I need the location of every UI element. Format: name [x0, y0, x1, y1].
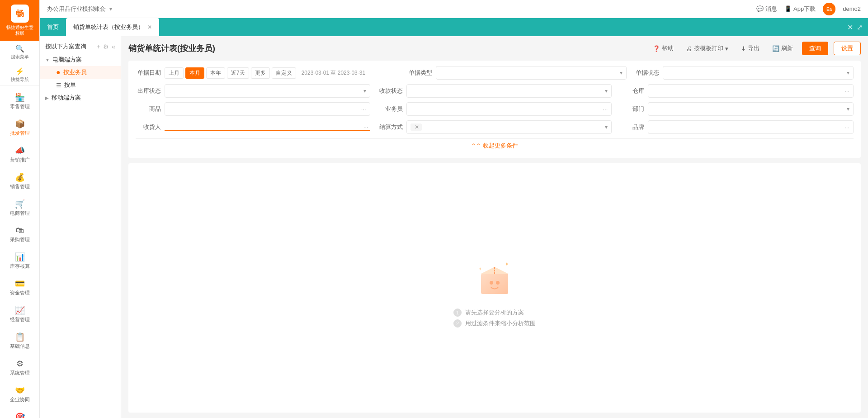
top-header: 办公用品行业模拟账套 ▾ 💬 消息 📱 App下载 demo2	[40, 0, 868, 18]
retail-icon: 🏪	[15, 92, 25, 102]
tree-desktop-group[interactable]: ▼ 电脑端方案	[40, 53, 121, 66]
tab-expand-button[interactable]: ⤢	[857, 23, 863, 32]
page-title: 销货单统计表(按业务员)	[128, 43, 215, 54]
refresh-button[interactable]: 🔄 刷新	[769, 43, 797, 54]
sidebar-item-retail[interactable]: 🏪 零售管理	[0, 88, 39, 114]
sidebar-item-inventory[interactable]: 📊 库存核算	[0, 247, 39, 274]
date-this-month[interactable]: 本月	[185, 67, 204, 79]
tree-by-salesperson[interactable]: ● 按业务员	[40, 66, 121, 79]
settlement-dropdown-icon: ▾	[605, 124, 608, 130]
sidebar-item-wholesale[interactable]: 📦 批发管理	[0, 114, 39, 141]
header-left: 办公用品行业模拟账套 ▾	[47, 5, 112, 13]
tree-active-icon: ●	[56, 68, 61, 76]
date-group: 上月 本月 本年 近7天 更多 自定义 2023-03-01 至 2023-03…	[165, 67, 400, 79]
inventory-icon: 📊	[15, 252, 25, 262]
sidebar-item-purchase[interactable]: 🛍 采购管理	[0, 221, 39, 247]
tab-close-button[interactable]: ✕	[147, 24, 152, 30]
sidebar-item-enterprise[interactable]: 🤝 企业协同	[0, 381, 39, 408]
doc-status-select[interactable]: ▾	[663, 66, 854, 80]
tree-order-icon: ☰	[56, 82, 61, 89]
date-last-7days[interactable]: 近7天	[227, 67, 249, 79]
date-custom[interactable]: 自定义	[272, 67, 296, 79]
help-button[interactable]: ❓ 帮助	[649, 43, 677, 54]
svg-point-5	[490, 281, 493, 285]
doc-type-label: 单据类型	[407, 69, 432, 77]
quick-nav-item[interactable]: ⚡ 快捷导航	[0, 64, 39, 86]
panel-header: 按以下方案查询 + ⚙ «	[40, 40, 121, 53]
tree-mobile-group[interactable]: ▶ 移动端方案	[40, 91, 121, 104]
sidebar-item-marketing[interactable]: 📣 营销推广	[0, 141, 39, 168]
empty-tip-2: 2 用过滤条件来缩小分析范围	[453, 319, 536, 328]
receiver-filter: 收货人 ···	[136, 123, 370, 131]
department-select[interactable]: ▾	[648, 102, 854, 116]
sidebar: 畅 畅捷通好生意 标版 🔍 搜索菜单 ⚡ 快捷导航 🏪 零售管理 📦 批发管理 …	[0, 0, 40, 418]
empty-svg: ✦ ✦	[472, 253, 517, 299]
operations-icon: 📈	[15, 305, 25, 315]
print-dropdown-icon: ▾	[725, 45, 728, 52]
doc-status-label: 单据状态	[634, 69, 659, 77]
date-range-text: 2023-03-01 至 2023-03-31	[302, 69, 365, 77]
export-button[interactable]: ⬇ 导出	[737, 43, 763, 54]
panel-add-icon[interactable]: +	[97, 43, 100, 50]
receiver-label: 收货人	[136, 123, 161, 131]
filter-row-2: 出库状态 ▾ 收款状态 ▾ 仓库	[136, 84, 854, 98]
date-last-month[interactable]: 上月	[165, 67, 184, 79]
sidebar-item-sales[interactable]: 💰 销售管理	[0, 168, 39, 195]
goods-select[interactable]: ···	[165, 102, 370, 116]
breadcrumb-dropdown[interactable]: ▾	[109, 6, 112, 12]
svg-text:✦: ✦	[505, 261, 509, 267]
svg-text:✦: ✦	[478, 266, 482, 271]
salesperson-select[interactable]: ···	[406, 102, 612, 116]
breadcrumb-text[interactable]: 办公用品行业模拟账套	[47, 5, 106, 13]
search-menu-item[interactable]: 🔍 搜索菜单	[0, 41, 39, 64]
collect-status-filter: 收款状态 ▾	[377, 84, 612, 98]
settlement-tag-close[interactable]: ✕	[415, 124, 419, 130]
date-this-year[interactable]: 本年	[206, 67, 225, 79]
warehouse-select[interactable]: ···	[648, 84, 854, 98]
tip-num-1: 1	[453, 309, 462, 317]
filter-area: 单据日期 上月 本月 本年 近7天 更多 自定义 2023-03-01 至 20…	[128, 61, 861, 158]
empty-tip-1: 1 请先选择要分析的方案	[453, 309, 536, 317]
collect-status-select[interactable]: ▾	[406, 84, 612, 98]
basic-icon: 📋	[15, 332, 25, 342]
sidebar-item-newbie[interactable]: 🎯 新手引导	[0, 408, 39, 418]
panel-collapse-icon[interactable]: «	[112, 43, 115, 50]
settings-button[interactable]: 设置	[834, 42, 861, 55]
out-status-select[interactable]: ▾	[165, 84, 370, 98]
app-download-button[interactable]: 📱 App下载	[784, 5, 816, 13]
query-button[interactable]: 查询	[802, 42, 828, 55]
tab-controls: ✕ ⤢	[842, 23, 868, 32]
doc-status-filter: 单据状态 ▾	[634, 66, 854, 80]
user-avatar[interactable]	[823, 3, 835, 15]
tab-bar: 首页 销货单统计表（按业务员） ✕ ✕ ⤢	[40, 18, 868, 36]
date-more[interactable]: 更多	[251, 67, 270, 79]
tab-close-all-button[interactable]: ✕	[847, 23, 853, 32]
tree-by-order[interactable]: ☰ 按单	[40, 79, 121, 91]
main-content: 办公用品行业模拟账套 ▾ 💬 消息 📱 App下载 demo2 首页 销货单统计…	[40, 0, 868, 418]
app-logo[interactable]: 畅 畅捷通好生意 标版	[0, 0, 39, 41]
message-button[interactable]: 💬 消息	[756, 5, 777, 13]
newbie-icon: 🎯	[15, 412, 25, 418]
collapse-conditions-button[interactable]: ⌃⌃ 收起更多条件	[136, 138, 854, 152]
settlement-select[interactable]: ✕ ▾	[406, 120, 612, 134]
panel-settings-icon[interactable]: ⚙	[103, 43, 109, 50]
page-title-bar: 销货单统计表(按业务员) ❓ 帮助 🖨 按模板打印 ▾ ⬇ 导出	[128, 42, 861, 55]
sidebar-item-basic[interactable]: 📋 基础信息	[0, 328, 39, 354]
department-label: 部门	[619, 105, 644, 113]
tab-home[interactable]: 首页	[40, 18, 66, 36]
empty-tips: 1 请先选择要分析的方案 2 用过滤条件来缩小分析范围	[453, 309, 536, 328]
sidebar-item-ecommerce[interactable]: 🛒 电商管理	[0, 195, 39, 221]
tree-expand-icon: ▼	[45, 57, 50, 62]
sidebar-item-operations[interactable]: 📈 经营管理	[0, 301, 39, 328]
app-name: 畅捷通好生意 标版	[6, 24, 33, 36]
tab-sales-stat[interactable]: 销货单统计表（按业务员） ✕	[66, 18, 159, 36]
sidebar-item-finance[interactable]: 💳 资金管理	[0, 274, 39, 301]
department-dropdown-icon: ▾	[847, 106, 849, 112]
receiver-dots[interactable]: ···	[363, 124, 368, 130]
sidebar-item-system[interactable]: ⚙ 系统管理	[0, 354, 39, 381]
right-content: 销货单统计表(按业务员) ❓ 帮助 🖨 按模板打印 ▾ ⬇ 导出	[121, 36, 868, 418]
doc-type-select[interactable]: ▾	[436, 66, 627, 80]
template-print-button[interactable]: 🖨 按模板打印 ▾	[683, 43, 732, 54]
user-name[interactable]: demo2	[843, 5, 861, 12]
brand-select[interactable]: ···	[648, 120, 854, 134]
